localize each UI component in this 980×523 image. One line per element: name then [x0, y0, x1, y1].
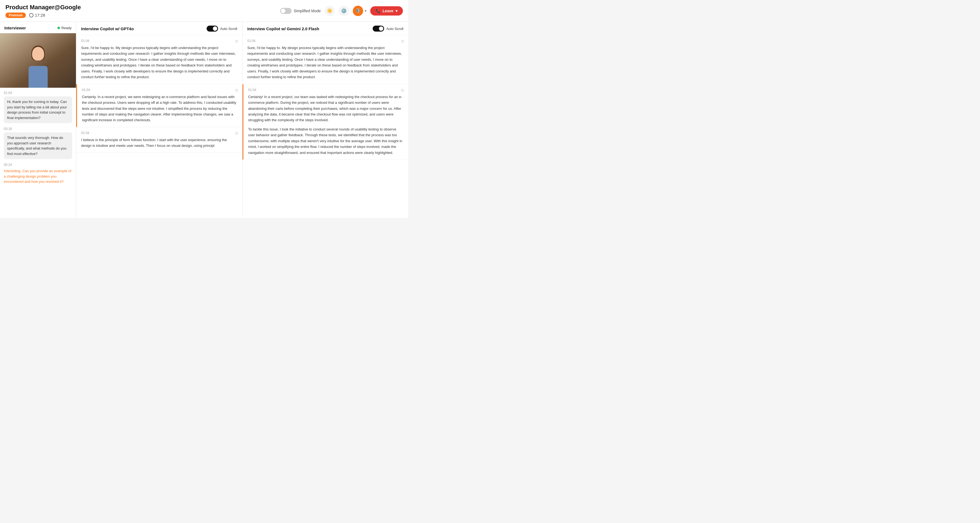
- status-dot: [57, 27, 60, 29]
- header-right: Simplified Mode ☀️ ⚙️ 🎙️ ▾ 📞 Leave ▾: [280, 6, 403, 16]
- brightness-button[interactable]: ☀️: [325, 6, 335, 16]
- transcript-bubble-2: That sounds very thorough. How do you ap…: [4, 132, 72, 159]
- header-left: Product Manager@Google Premium 17:28: [5, 4, 81, 18]
- right-toggle-knob: [379, 26, 383, 31]
- msg-text-m3: I believe in the principle of form follo…: [81, 137, 237, 149]
- copy-icon-r1[interactable]: ⧉: [401, 39, 404, 43]
- transcript-question-3: Interesting. Can you provide an example …: [4, 168, 72, 184]
- copilot-panels: Interview Copilot w/ GPT4o Auto Scroll 0…: [76, 22, 408, 218]
- interviewer-title: Interviewer: [4, 26, 26, 30]
- list-item: 05:24 Interesting. Can you provide an ex…: [4, 163, 72, 184]
- msg-continuation-r2: To tackle this issue, I took the initiat…: [248, 126, 404, 156]
- middle-messages-area: 01:04 Sure, I'd be happy to. My design p…: [76, 35, 242, 218]
- simplified-mode-knob: [281, 9, 285, 13]
- status-label: Ready: [61, 26, 72, 30]
- app-title: Product Manager@Google: [5, 4, 81, 11]
- list-item: 01:04 Certainly. In a recent project, we…: [76, 84, 242, 127]
- mic-group: 🎙️ ▾: [353, 6, 366, 16]
- msg-text-r1: Sure, I'd be happy to. My design process…: [247, 45, 404, 80]
- middle-panel-title: Interview Copilot w/ GPT4o: [81, 26, 134, 31]
- middle-toggle-knob: [213, 26, 217, 31]
- middle-auto-scroll-toggle[interactable]: [207, 26, 218, 32]
- list-item: 03:18 That sounds very thorough. How do …: [4, 127, 72, 159]
- list-item: 01:04 Sure, I'd be happy to. My design p…: [243, 35, 409, 84]
- msg-time-m3: 01:04: [81, 131, 237, 135]
- ready-status: Ready: [57, 26, 72, 30]
- main-layout: Interviewer Ready 01:04 Hi, thank you fo…: [0, 22, 408, 218]
- transcript-time-2: 03:18: [4, 127, 72, 131]
- timer-icon: [29, 13, 33, 18]
- figure-body: [29, 66, 48, 88]
- simplified-mode-switch[interactable]: [280, 8, 291, 14]
- right-messages-area: 01:04 Sure, I'd be happy to. My design p…: [243, 35, 409, 218]
- right-panel-title: Interview Copilot w/ Gemini 2.0 Flash: [247, 26, 319, 31]
- right-panel-header: Interview Copilot w/ Gemini 2.0 Flash Au…: [243, 22, 409, 35]
- msg-text-m1: Sure, I'd be happy to. My design process…: [81, 45, 237, 80]
- mic-dropdown-arrow[interactable]: ▾: [365, 9, 366, 13]
- leave-icon: 📞: [375, 9, 380, 13]
- transcript-area: 01:04 Hi, thank you for coming in today.…: [0, 88, 76, 218]
- video-feed: [0, 33, 76, 88]
- right-auto-scroll-label: Auto Scroll: [386, 27, 403, 31]
- middle-panel-header: Interview Copilot w/ GPT4o Auto Scroll: [76, 22, 242, 35]
- mic-button[interactable]: 🎙️: [353, 6, 363, 16]
- transcript-time-3: 05:24: [4, 163, 72, 167]
- msg-text-m2: Certainly. In a recent project, we were …: [82, 94, 237, 123]
- middle-auto-scroll: Auto Scroll: [207, 26, 237, 32]
- copy-icon-m2[interactable]: ⧉: [235, 88, 238, 92]
- msg-time-r1: 01:04: [247, 39, 404, 43]
- list-item: 01:04 Sure, I'd be happy to. My design p…: [76, 35, 242, 84]
- msg-text-r2: Certainly! In a recent project, our team…: [248, 94, 404, 123]
- leave-label: Leave: [382, 9, 393, 13]
- premium-badge: Premium: [5, 13, 26, 18]
- header: Product Manager@Google Premium 17:28 Sim…: [0, 0, 408, 22]
- right-auto-scroll-toggle[interactable]: [373, 26, 384, 32]
- interviewer-panel-header: Interviewer Ready: [0, 22, 76, 33]
- leave-button[interactable]: 📞 Leave ▾: [370, 6, 403, 16]
- msg-time-r2: 01:04: [248, 88, 404, 92]
- transcript-time-1: 01:04: [4, 91, 72, 95]
- settings-button[interactable]: ⚙️: [339, 6, 349, 16]
- middle-auto-scroll-label: Auto Scroll: [220, 27, 237, 31]
- middle-panel: Interview Copilot w/ GPT4o Auto Scroll 0…: [76, 22, 243, 218]
- copy-icon-r2[interactable]: ⧉: [401, 88, 404, 92]
- video-person: [22, 44, 54, 88]
- simplified-mode-toggle[interactable]: Simplified Mode: [280, 8, 321, 14]
- transcript-bubble-1: Hi, thank you for coming in today. Can y…: [4, 96, 72, 123]
- list-item: 01:04 Certainly! In a recent project, ou…: [243, 84, 409, 159]
- simplified-mode-label: Simplified Mode: [294, 9, 321, 13]
- list-item: 01:04 Hi, thank you for coming in today.…: [4, 91, 72, 123]
- msg-time-m1: 01:04: [81, 39, 237, 43]
- right-panel: Interview Copilot w/ Gemini 2.0 Flash Au…: [243, 22, 409, 218]
- timer-display: 17:28: [29, 13, 45, 18]
- timer-value: 17:28: [35, 13, 45, 18]
- right-auto-scroll: Auto Scroll: [373, 26, 403, 32]
- left-panel: Interviewer Ready 01:04 Hi, thank you fo…: [0, 22, 76, 218]
- header-meta: Premium 17:28: [5, 13, 81, 18]
- copy-icon-m1[interactable]: ⧉: [235, 39, 238, 43]
- copy-icon-m3[interactable]: ⧉: [235, 131, 238, 136]
- figure-head: [32, 47, 44, 61]
- msg-text-r2-part2: To tackle this issue, I took the initiat…: [248, 126, 404, 156]
- msg-time-m2: 01:04: [82, 88, 237, 92]
- list-item: 01:04 I believe in the principle of form…: [76, 127, 242, 153]
- leave-dropdown-arrow[interactable]: ▾: [396, 9, 398, 13]
